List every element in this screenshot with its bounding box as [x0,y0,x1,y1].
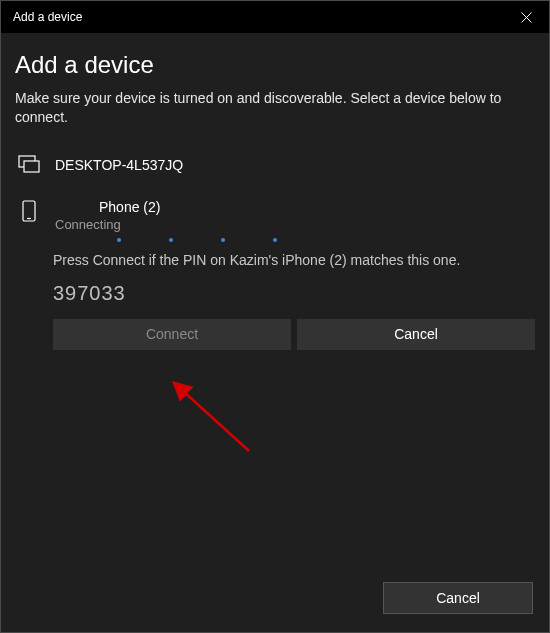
pairing-actions: Connect Cancel [17,319,535,350]
monitor-icon [17,153,41,177]
titlebar: Add a device [1,1,549,33]
pairing-cancel-button[interactable]: Cancel [297,319,535,350]
svg-rect-3 [24,161,39,172]
close-icon [521,12,532,23]
device-list-item[interactable]: DESKTOP-4L537JQ [15,149,535,181]
progress-indicator [17,238,535,242]
close-button[interactable] [503,1,549,33]
pin-code: 397033 [53,282,535,305]
phone-icon [17,199,41,223]
pin-instruction: Press Connect if the PIN on Kazim's iPho… [53,252,535,268]
pairing-status: Connecting [55,217,160,232]
pairing-device-block: Phone (2) Connecting Press Connect if th… [15,199,535,350]
svg-line-6 [183,391,249,451]
dialog-heading: Add a device [15,51,535,79]
connect-button[interactable]: Connect [53,319,291,350]
titlebar-title: Add a device [13,10,82,24]
dialog-footer: Cancel [383,582,533,614]
device-name: DESKTOP-4L537JQ [55,157,183,173]
dialog-subtext: Make sure your device is turned on and d… [15,89,535,127]
dialog-content: Add a device Make sure your device is tu… [1,33,549,632]
annotation-arrow [169,381,259,461]
pairing-device-name: Phone (2) [99,199,160,215]
footer-cancel-button[interactable]: Cancel [383,582,533,614]
